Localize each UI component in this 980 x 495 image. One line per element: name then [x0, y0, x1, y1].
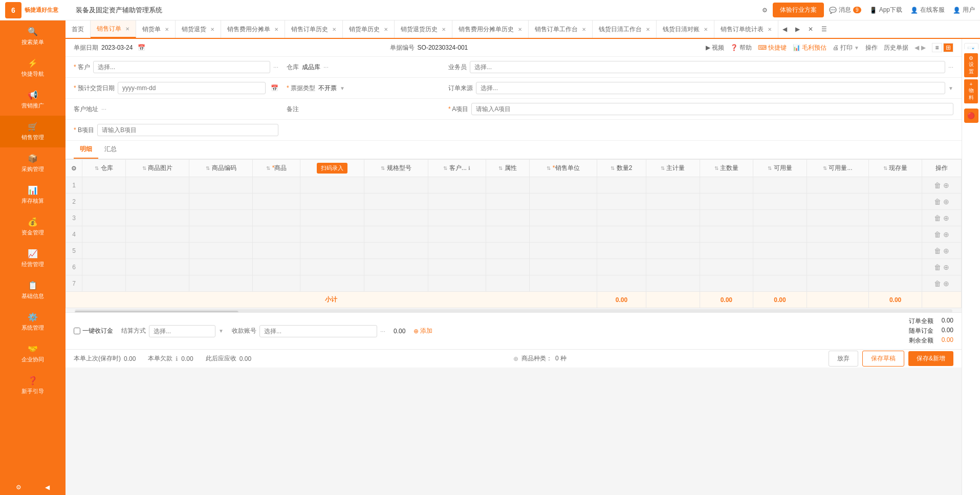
salesperson-more-btn[interactable]: ··· [948, 63, 953, 71]
order-source-input[interactable] [476, 82, 945, 94]
row2-qty2[interactable] [597, 193, 646, 210]
row3-main-uom[interactable] [646, 210, 700, 226]
row1-available-qty[interactable] [753, 177, 807, 193]
a-project-input[interactable] [471, 103, 953, 115]
tab-receivable-workbench-close[interactable]: ✕ [646, 27, 650, 32]
payment-method-dropdown-icon[interactable]: ▼ [219, 328, 224, 334]
row7-copy-icon[interactable]: ⊕ [943, 279, 949, 288]
row2-warehouse[interactable] [82, 193, 126, 210]
row3-available-qty[interactable] [753, 210, 807, 226]
row6-qty2[interactable] [597, 259, 646, 275]
tab-prev-btn[interactable]: ◀ [778, 20, 791, 38]
history-btn[interactable]: 历史单据 [884, 44, 908, 52]
salesperson-input[interactable] [470, 61, 945, 73]
row2-attribute[interactable] [486, 193, 529, 210]
sidebar-item-purchase[interactable]: 📦 采购管理 [0, 147, 66, 179]
row7-product[interactable] [253, 275, 300, 292]
tab-sales-fee-split-close[interactable]: ✕ [274, 27, 278, 32]
tab-sales-refund[interactable]: 销货退货 ✕ [176, 20, 221, 38]
tab-sales-order[interactable]: 销售订单 ✕ [91, 20, 136, 38]
row5-attribute[interactable] [486, 243, 529, 259]
sidebar-item-inventory[interactable]: 📊 库存核算 [0, 179, 66, 211]
tab-sales-history-close[interactable]: ✕ [384, 27, 388, 32]
tab-sales-fee-split[interactable]: 销售费用分摊单 ✕ [221, 20, 285, 38]
tab-sales-fee-history-close[interactable]: ✕ [518, 27, 522, 32]
operation-btn[interactable]: 操作 [865, 44, 878, 52]
row6-main-uom[interactable] [646, 259, 700, 275]
nav-prev-icon[interactable]: ◀ [914, 44, 919, 51]
right-btn-red[interactable]: 🔴 [964, 109, 978, 123]
tab-sales-order-history[interactable]: 销售订单历史 ✕ [285, 20, 343, 38]
row6-warehouse[interactable] [82, 259, 126, 275]
sidebar-item-search[interactable]: 🔍 搜索菜单 [0, 20, 66, 52]
row4-main-uom[interactable] [646, 226, 700, 243]
tab-sales-history[interactable]: 销货单历史 ✕ [343, 20, 395, 38]
online-service-btn[interactable]: 👤 在线客服 [910, 6, 945, 14]
row6-available-more[interactable] [807, 259, 868, 275]
row1-available-more[interactable] [807, 177, 868, 193]
sub-tab-detail[interactable]: 明细 [74, 141, 98, 159]
row7-spec[interactable] [364, 275, 428, 292]
row6-spec[interactable] [364, 259, 428, 275]
topbar-gear-icon[interactable]: ⚙ [762, 7, 768, 14]
message-btn[interactable]: 💬 消息 9 [829, 6, 861, 14]
available-qty-sort-icon[interactable]: ⇅ [768, 165, 772, 171]
add-btn[interactable]: ⊕ 添加 [413, 327, 432, 335]
row1-delete-icon[interactable]: 🗑 [934, 181, 941, 189]
row3-attribute[interactable] [486, 210, 529, 226]
customer-attr-sort-icon[interactable]: ⇅ [443, 165, 447, 171]
user-btn[interactable]: 👤 用户 [953, 6, 975, 14]
sidebar-item-system[interactable]: ⚙️ 系统管理 [0, 306, 66, 338]
row6-attribute[interactable] [486, 259, 529, 275]
row1-product-image[interactable] [126, 177, 189, 193]
row1-sales-unit[interactable] [530, 177, 597, 193]
sidebar-settings-icon[interactable]: ⚙ [16, 484, 21, 491]
sidebar-item-basic[interactable]: 📋 基础信息 [0, 274, 66, 306]
tab-receivable-recon[interactable]: 钱货日清对账 ✕ [657, 20, 714, 38]
product-code-sort-icon[interactable]: ⇅ [206, 165, 210, 171]
row7-customer-attr[interactable] [428, 275, 486, 292]
row7-product-image[interactable] [126, 275, 189, 292]
tab-sales-refund-history[interactable]: 销货退货历史 ✕ [395, 20, 452, 38]
shortcuts-btn[interactable]: ⌨ 快捷键 [758, 44, 787, 52]
row3-product-code[interactable] [189, 210, 253, 226]
row1-attribute[interactable] [486, 177, 529, 193]
row7-sales-unit[interactable] [530, 275, 597, 292]
row7-warehouse[interactable] [82, 275, 126, 292]
save-draft-btn[interactable]: 保存草稿 [862, 351, 904, 367]
profit-btn[interactable]: 📊 毛利预估 [793, 44, 826, 52]
customer-more-btn[interactable]: ··· [273, 63, 278, 71]
row1-customer-attr[interactable] [428, 177, 486, 193]
row2-customer-attr[interactable] [428, 193, 486, 210]
row7-delete-icon[interactable]: 🗑 [934, 279, 941, 288]
current-stock-sort-icon[interactable]: ⇅ [883, 165, 887, 171]
row7-product-code[interactable] [189, 275, 253, 292]
table-settings-icon[interactable]: ⚙ [71, 165, 77, 172]
tab-sales-fee-history[interactable]: 销售费用分摊单历史 ✕ [452, 20, 529, 38]
available-more-sort-icon[interactable]: ⇅ [823, 165, 827, 171]
tab-sales-order-workbench[interactable]: 销售订单工作台 ✕ [529, 20, 593, 38]
row5-product-image[interactable] [126, 243, 189, 259]
row7-main-uom[interactable] [646, 275, 700, 292]
row2-current-stock[interactable] [868, 193, 922, 210]
row2-product-image[interactable] [126, 193, 189, 210]
sidebar-item-enterprise[interactable]: 🤝 企业协同 [0, 338, 66, 370]
row1-warehouse[interactable] [82, 177, 126, 193]
row4-product-code[interactable] [189, 226, 253, 243]
attribute-sort-icon[interactable]: ⇅ [498, 165, 503, 171]
tab-sales-refund-close[interactable]: ✕ [210, 27, 214, 32]
row2-main-uom[interactable] [646, 193, 700, 210]
row5-available-more[interactable] [807, 243, 868, 259]
print-btn[interactable]: 🖨 打印 ▼ [833, 44, 859, 52]
row5-warehouse[interactable] [82, 243, 126, 259]
row1-qty2[interactable] [597, 177, 646, 193]
row3-copy-icon[interactable]: ⊕ [943, 214, 949, 222]
sidebar-collapse-icon[interactable]: ◀ [45, 484, 50, 491]
discard-btn[interactable]: 放弃 [829, 351, 858, 367]
row3-warehouse[interactable] [82, 210, 126, 226]
row1-current-stock[interactable] [868, 177, 922, 193]
row1-product-code[interactable] [189, 177, 253, 193]
customer-address-more-btn[interactable]: ··· [101, 105, 106, 113]
save-new-btn[interactable]: 保存&新增 [908, 351, 953, 366]
spec-sort-icon[interactable]: ⇅ [381, 165, 385, 171]
